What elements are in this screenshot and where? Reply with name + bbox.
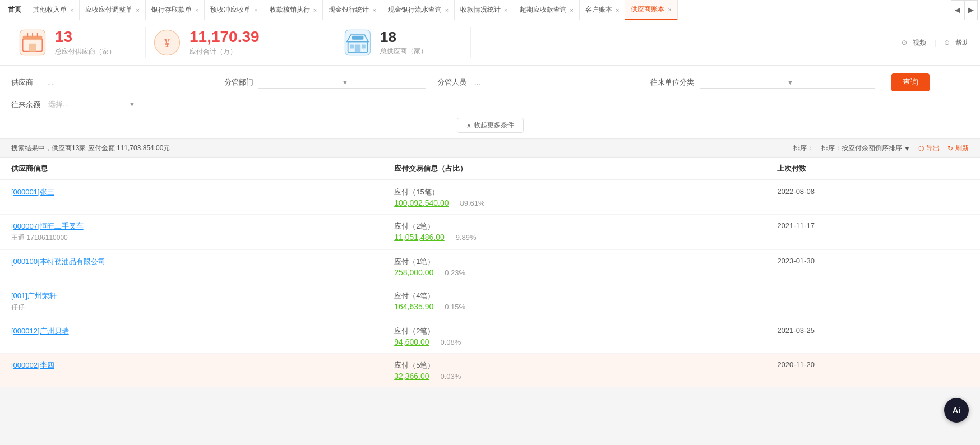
data-table: 供应商信息 应付交易信息（占比） 上次付数 [000001]张三 应付（15笔）… xyxy=(0,158,980,388)
nav-tab-1-close[interactable]: × xyxy=(70,7,73,13)
pay-desc: 应付（15笔） xyxy=(394,187,777,197)
nav-tab-10[interactable]: 客户账本 × xyxy=(580,0,625,20)
nav-tab-8-close[interactable]: × xyxy=(504,7,507,13)
refresh-button[interactable]: ↻ 刷新 xyxy=(947,143,969,153)
supplier-link[interactable]: [000100]本特勒油品有限公司 xyxy=(11,257,105,266)
last-pay-date: 2022-08-08 xyxy=(777,187,815,196)
last-pay-cell: 2023-01-30 xyxy=(777,257,969,265)
table-row: [000100]本特勒油品有限公司 应付（1笔） 258,000.00 0.23… xyxy=(0,250,980,284)
supplier-cell: [000100]本特勒油品有限公司 xyxy=(11,257,394,267)
supplier-filter: 供应商 xyxy=(11,76,213,89)
export-icon: ⬡ xyxy=(918,145,924,152)
nav-tab-7-close[interactable]: × xyxy=(445,7,449,13)
nav-tab-3-label: 银行存取款单 xyxy=(151,5,192,15)
help-link[interactable]: 帮助 xyxy=(955,38,969,48)
nav-tab-6-close[interactable]: × xyxy=(372,7,376,13)
pay-amount[interactable]: 32,366.00 xyxy=(394,372,429,381)
stats-bar: 13 总应付供应商（家） ¥ 11,170.39 应付合计（万） xyxy=(0,20,980,66)
nav-tab-10-close[interactable]: × xyxy=(616,7,619,13)
nav-tab-7[interactable]: 现金银行流水查询 × xyxy=(382,0,455,20)
sort-select[interactable]: 排序：按应付余额倒序排序 ▼ xyxy=(821,143,910,153)
nav-tab-4-label: 预收冲应收单 xyxy=(210,5,251,15)
pay-amount[interactable]: 100,092,540.00 xyxy=(394,198,449,207)
export-button[interactable]: ⬡ 导出 xyxy=(918,143,940,153)
col-pay-transaction: 应付交易信息（占比） xyxy=(394,164,777,174)
nav-tab-8[interactable]: 收款情况统计 × xyxy=(455,0,514,20)
circle-icon: ⊙ xyxy=(902,39,907,47)
table-row: [000001]张三 应付（15笔） 100,092,540.00 89.61%… xyxy=(0,180,980,215)
balance-chevron-down-icon: ▼ xyxy=(129,101,210,108)
pay-info-cell: 应付（15笔） 100,092,540.00 89.61% xyxy=(394,187,777,207)
nav-tab-4-close[interactable]: × xyxy=(254,7,257,13)
pay-amount[interactable]: 11,051,486.00 xyxy=(394,233,445,242)
supplier-link[interactable]: [000001]张三 xyxy=(11,188,54,196)
person-filter: 分管人员 xyxy=(437,76,639,89)
svg-rect-14 xyxy=(352,36,364,40)
svg-rect-12 xyxy=(350,44,354,48)
supplier-link[interactable]: [000012]广州贝瑞 xyxy=(11,327,69,335)
category-select[interactable]: ▼ xyxy=(700,77,875,89)
nav-tab-7-label: 现金银行流水查询 xyxy=(388,5,442,15)
nav-tab-1[interactable]: 其他收入单 × xyxy=(27,0,80,20)
table-header: 供应商信息 应付交易信息（占比） 上次付数 xyxy=(0,158,980,180)
stat-ap-suppliers-label: 总应付供应商（家） xyxy=(55,47,115,57)
video-link[interactable]: 视频 xyxy=(913,38,926,48)
balance-select[interactable]: 选择... ▼ xyxy=(45,97,213,112)
nav-tab-3-close[interactable]: × xyxy=(195,7,198,13)
supplier-input[interactable] xyxy=(44,76,213,89)
nav-tab-4[interactable]: 预收冲应收单 × xyxy=(205,0,264,20)
nav-tab-2-close[interactable]: × xyxy=(136,7,139,13)
pay-info-cell: 应付（5笔） 32,366.00 0.03% xyxy=(394,360,777,381)
pay-info-cell: 应付（2笔） 11,051,486.00 9.89% xyxy=(394,221,777,242)
supplier-cell: [000001]张三 xyxy=(11,187,394,197)
pay-desc: 应付（2笔） xyxy=(394,221,777,231)
search-button[interactable]: 查询 xyxy=(891,73,930,91)
nav-tab-11-label: 供应商账本 xyxy=(631,4,664,14)
pay-amount[interactable]: 258,000.00 xyxy=(394,268,433,277)
stat-ap-suppliers-number: 13 xyxy=(55,29,115,46)
supplier-link[interactable]: [000002]李四 xyxy=(11,361,54,369)
supplier-cell: [000007]恒旺二手叉车 王通 17106110000 xyxy=(11,221,394,243)
nav-prev-arrow[interactable]: ◀ xyxy=(951,0,964,20)
nav-tab-home[interactable]: 首页 xyxy=(2,0,27,20)
supplier-link[interactable]: [001]广州荣轩 xyxy=(11,291,394,301)
stat-ap-amount-label: 应付合计（万） xyxy=(189,47,260,57)
pay-amount-row: 32,366.00 0.03% xyxy=(394,372,777,381)
stat-total-suppliers-text: 18 总供应商（家） xyxy=(380,29,427,56)
stat-total-suppliers-number: 18 xyxy=(380,29,427,45)
dept-chevron-down-icon: ▼ xyxy=(342,79,423,86)
pay-percent: 89.61% xyxy=(460,199,485,207)
person-input[interactable] xyxy=(471,76,639,89)
collapse-filter-button[interactable]: ∧ 收起更多条件 xyxy=(457,118,524,133)
dept-filter-label: 分管部门 xyxy=(224,77,253,87)
help-circle-icon: ⊙ xyxy=(944,39,950,47)
nav-tab-6-label: 现金银行统计 xyxy=(329,5,369,15)
supplier-link[interactable]: [000007]恒旺二手叉车 xyxy=(11,221,394,231)
sort-chevron-down-icon: ▼ xyxy=(904,145,910,152)
last-pay-cell: 2021-11-17 xyxy=(777,221,969,230)
nav-tab-3[interactable]: 银行存取款单 × xyxy=(146,0,205,20)
nav-tab-5-close[interactable]: × xyxy=(313,7,317,13)
nav-tab-11[interactable]: 供应商账本 × xyxy=(625,0,677,20)
nav-tab-6[interactable]: 现金银行统计 × xyxy=(323,0,382,20)
nav-next-arrow[interactable]: ▶ xyxy=(964,0,978,20)
nav-tab-9-close[interactable]: × xyxy=(570,7,574,13)
top-navigation: 首页 其他收入单 × 应收应付调整单 × 银行存取款单 × 预收冲应收单 × 收… xyxy=(0,0,980,20)
nav-tab-9[interactable]: 超期应收款查询 × xyxy=(514,0,580,20)
refresh-label: 刷新 xyxy=(955,143,969,153)
svg-text:¥: ¥ xyxy=(164,37,170,49)
collapse-filter-label: 收起更多条件 xyxy=(474,120,514,130)
pay-info-cell: 应付（1笔） 258,000.00 0.23% xyxy=(394,257,777,277)
filter-row-1: 供应商 分管部门 ▼ 分管人员 往来单位分类 ▼ 查询 xyxy=(11,73,969,91)
results-bar: 搜索结果中，供应商13家 应付金额 111,703,854.00元 排序： 排序… xyxy=(0,139,980,158)
pay-percent: 0.23% xyxy=(445,268,465,277)
export-label: 导出 xyxy=(926,143,940,153)
pay-amount[interactable]: 164,635.90 xyxy=(394,302,433,311)
chevron-up-icon: ∧ xyxy=(466,122,471,129)
nav-tab-2[interactable]: 应收应付调整单 × xyxy=(80,0,145,20)
nav-tab-5[interactable]: 收款核销执行 × xyxy=(264,0,323,20)
dept-select[interactable]: ▼ xyxy=(258,77,426,89)
pay-desc: 应付（1笔） xyxy=(394,257,777,267)
nav-tab-11-close[interactable]: × xyxy=(668,6,671,13)
pay-amount[interactable]: 94,600.00 xyxy=(394,337,429,346)
